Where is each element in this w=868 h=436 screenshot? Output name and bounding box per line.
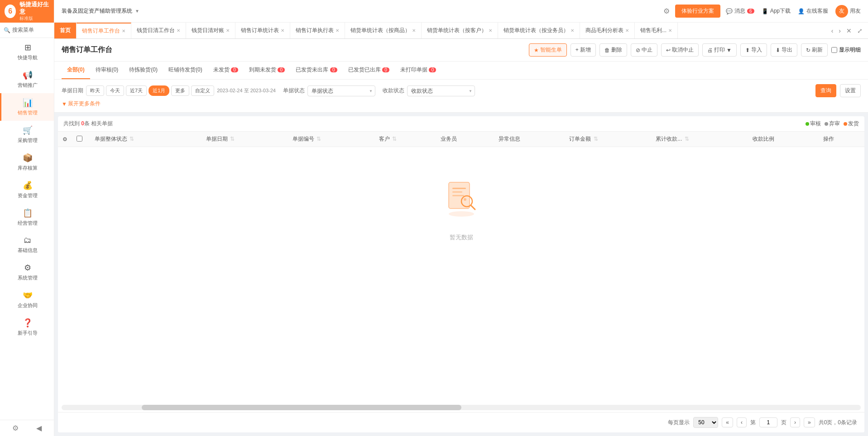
sidebar-item-marketing[interactable]: 📢 营销推广 bbox=[0, 66, 54, 93]
star-icon: ★ bbox=[534, 47, 539, 53]
online-service-btn[interactable]: 👤 在线客服 bbox=[798, 7, 828, 15]
tab-sales-exec[interactable]: 销售订单执行表 ✕ bbox=[290, 23, 345, 39]
sidebar-item-base[interactable]: 🗂 基础信息 bbox=[0, 231, 54, 258]
svg-rect-3 bbox=[452, 191, 462, 193]
topbar-settings-icon[interactable]: ⚙ bbox=[663, 7, 670, 15]
date-btn-7days[interactable]: 近7天 bbox=[126, 85, 147, 96]
date-btn-more[interactable]: 更多 bbox=[171, 85, 189, 96]
add-btn[interactable]: + 新增 bbox=[571, 43, 596, 57]
show-detail-checkbox[interactable] bbox=[831, 47, 837, 53]
date-btn-1month[interactable]: 近1月 bbox=[149, 85, 169, 96]
tab-fullscreen[interactable]: ⤢ bbox=[855, 26, 864, 35]
tab-close-summary-customer[interactable]: ✕ bbox=[489, 28, 492, 33]
subtab-pending-check[interactable]: 待拣验货(0) bbox=[124, 62, 163, 79]
tab-sales-more[interactable]: 销售毛利... ✕ bbox=[635, 23, 678, 39]
tab-close-sales-more[interactable]: ✕ bbox=[668, 28, 672, 33]
settings-bottom-icon[interactable]: ⚙ bbox=[12, 424, 19, 432]
subtab-all[interactable]: 全部(0) bbox=[62, 62, 90, 79]
tab-close-sales-exec[interactable]: ✕ bbox=[336, 28, 339, 33]
sidebar-item-purchase[interactable]: 🛒 采购管理 bbox=[0, 121, 54, 148]
sort-collected-icon: ⇅ bbox=[685, 136, 689, 142]
sidebar-item-guide[interactable]: ❓ 新手引导 bbox=[0, 313, 54, 341]
first-page-btn[interactable]: « bbox=[722, 417, 733, 427]
tab-close-summary-staff[interactable]: ✕ bbox=[571, 28, 574, 33]
tab-summary-product[interactable]: 销货单统计表（按商品） ✕ bbox=[345, 23, 422, 39]
print-btn[interactable]: 🖨 打印 ▼ bbox=[702, 43, 737, 57]
finance-icon: 💰 bbox=[23, 180, 33, 190]
subtab-overdue-ship[interactable]: 到期未发货 0 bbox=[244, 62, 290, 79]
cancel-review-action-btn[interactable]: 弃审 bbox=[825, 120, 840, 128]
tab-summary-customer[interactable]: 销货单统计表（按客户） ✕ bbox=[422, 23, 498, 39]
tab-summary-staff[interactable]: 销货单统计表（按业务员） ✕ bbox=[498, 23, 580, 39]
tab-scroll-left[interactable]: ‹ bbox=[830, 26, 835, 35]
query-btn[interactable]: 查询 bbox=[815, 84, 836, 97]
export-btn[interactable]: ⬇ 导出 bbox=[771, 43, 797, 57]
purchase-icon: 🛒 bbox=[23, 125, 33, 135]
show-detail-label[interactable]: 显示明细 bbox=[831, 46, 861, 54]
page-input[interactable] bbox=[759, 417, 777, 427]
scrollbar-thumb[interactable] bbox=[142, 405, 461, 410]
date-btn-today[interactable]: 今天 bbox=[106, 85, 124, 96]
last-page-btn[interactable]: » bbox=[804, 417, 815, 427]
tab-sales-workbench[interactable]: 销售订单工作台 ✕ bbox=[77, 23, 131, 39]
sidebar-item-system[interactable]: ⚙ 系统管理 bbox=[0, 258, 54, 286]
expand-filter-btn[interactable]: ▼ 展开更多条件 bbox=[62, 100, 861, 108]
tab-close-sales-stats[interactable]: ✕ bbox=[281, 28, 284, 33]
sidebar-item-finance[interactable]: 💰 资金管理 bbox=[0, 176, 54, 204]
prev-page-btn[interactable]: ‹ bbox=[737, 417, 747, 427]
tab-close-all[interactable]: ✕ bbox=[844, 26, 854, 35]
user-menu[interactable]: 友 用友 bbox=[835, 5, 861, 18]
filter-status-select[interactable]: 单据状态 bbox=[307, 85, 375, 96]
tab-home[interactable]: 首页 bbox=[54, 23, 77, 39]
filter-payment-select[interactable]: 收款状态 bbox=[407, 85, 475, 96]
search-menu[interactable]: 🔍 搜索菜单 bbox=[0, 23, 54, 38]
tab-sales-stats[interactable]: 销售订单统计表 ✕ bbox=[235, 23, 290, 39]
date-btn-yesterday[interactable]: 昨天 bbox=[86, 85, 104, 96]
smart-create-btn[interactable]: ★ 智能生单 bbox=[529, 43, 567, 57]
subtab-not-shipped[interactable]: 未发货 0 bbox=[208, 62, 244, 79]
cancel-stop-btn[interactable]: ↩ 取消中止 bbox=[661, 43, 699, 57]
subtab-wangpu-ship[interactable]: 旺铺待发货(0) bbox=[163, 62, 208, 79]
select-all-checkbox[interactable] bbox=[77, 136, 82, 142]
tab-cash-daily[interactable]: 钱货日清工作台 ✕ bbox=[131, 23, 186, 39]
system-dropdown-icon[interactable]: ▼ bbox=[135, 9, 139, 14]
subtab-shipped-not-out[interactable]: 已发货未出库 0 bbox=[290, 62, 342, 79]
tab-close-summary-product[interactable]: ✕ bbox=[412, 28, 416, 33]
review-action-btn[interactable]: 审核 bbox=[806, 120, 821, 128]
system-icon: ⚙ bbox=[24, 263, 31, 273]
collapse-sidebar-btn[interactable]: ◀ bbox=[36, 424, 42, 432]
tab-close-cash-reconcile[interactable]: ✕ bbox=[226, 28, 230, 33]
tab-cash-reconcile[interactable]: 钱货日清对账 ✕ bbox=[186, 23, 235, 39]
app-download-btn[interactable]: 📱 App下载 bbox=[762, 7, 791, 15]
import-btn[interactable]: ⬆ 导入 bbox=[740, 43, 767, 57]
filter-payment-item: 收款状态 收款状态 bbox=[383, 85, 475, 96]
sidebar-item-operation[interactable]: 📋 经营管理 bbox=[0, 204, 54, 231]
ship-action-btn[interactable]: 发货 bbox=[844, 120, 859, 128]
message-btn[interactable]: 💬 消息 6 bbox=[726, 7, 754, 15]
stop-btn[interactable]: ⊘ 中止 bbox=[631, 43, 657, 57]
delete-btn[interactable]: 🗑 删除 bbox=[599, 43, 627, 57]
import-icon: ⬆ bbox=[745, 47, 750, 53]
subtab-shipped-out[interactable]: 已发货已出库 0 bbox=[343, 62, 395, 79]
table-scroll[interactable]: ⚙ 单据整体状态 ⇅ 单据日期 ⇅ 单据编号 bbox=[58, 132, 864, 403]
subtab-not-printed[interactable]: 未打印单据 0 bbox=[395, 62, 441, 79]
tab-close-gross-profit[interactable]: ✕ bbox=[625, 28, 629, 33]
tab-scroll-right[interactable]: › bbox=[837, 26, 843, 35]
sidebar-item-enterprise[interactable]: 🤝 企业协同 bbox=[0, 286, 54, 313]
th-staff: 业务员 bbox=[436, 132, 494, 147]
sidebar-item-sales[interactable]: 📊 销售管理 bbox=[0, 93, 54, 121]
tab-gross-profit[interactable]: 商品毛利分析表 ✕ bbox=[580, 23, 635, 39]
industry-btn[interactable]: 体验行业方案 bbox=[675, 5, 720, 18]
refresh-btn[interactable]: ↻ 刷新 bbox=[801, 43, 828, 57]
horizontal-scrollbar[interactable] bbox=[62, 405, 861, 410]
per-page-select[interactable]: 50 20 100 bbox=[693, 417, 718, 428]
filter-settings-btn[interactable]: 设置 bbox=[840, 84, 861, 97]
sidebar-item-inventory[interactable]: 📦 库存核算 bbox=[0, 148, 54, 176]
topbar-right: 💬 消息 6 📱 App下载 👤 在线客服 友 用友 bbox=[726, 5, 861, 18]
subtab-pending-review[interactable]: 待审核(0) bbox=[90, 62, 124, 79]
tab-close-sales-workbench[interactable]: ✕ bbox=[122, 28, 125, 33]
tab-close-cash-daily[interactable]: ✕ bbox=[177, 28, 180, 33]
date-btn-custom[interactable]: 自定义 bbox=[191, 85, 214, 96]
next-page-btn[interactable]: › bbox=[790, 417, 800, 427]
sidebar-item-quick-nav[interactable]: ⊞ 快捷导航 bbox=[0, 38, 54, 66]
